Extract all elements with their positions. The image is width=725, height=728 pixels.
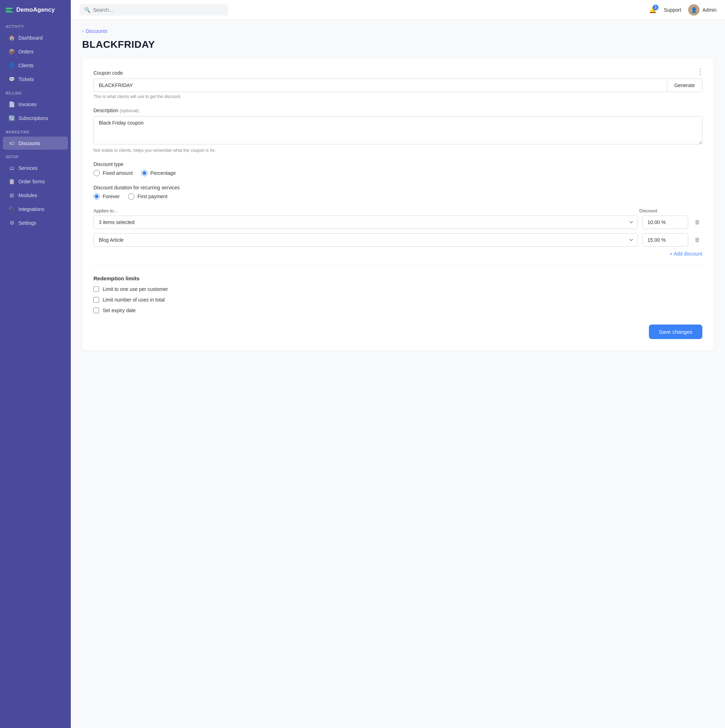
redemption-title: Redemption limits [93,275,702,281]
sidebar-item-clients[interactable]: 👤Clients [3,59,68,72]
search-input[interactable] [93,7,223,13]
order-forms-icon: 📋 [9,178,15,185]
search-bar[interactable]: 🔍 [79,4,228,15]
forever-option[interactable]: Forever [93,193,120,200]
page-title: BLACKFRIDAY [82,39,714,50]
discount-form-card: ⋮ Coupon code Generate This is what clie… [82,59,714,350]
app-logo: DemoAgency [0,0,71,20]
first-payment-label: First payment [138,194,167,199]
description-textarea[interactable]: Black Friday coupon [93,116,702,144]
subscriptions-icon: 🔄 [9,115,15,121]
footer-actions: Save changes [93,324,702,339]
logo-bar-1 [6,8,13,9]
sidebar-item-order-forms[interactable]: 📋Order forms [3,175,68,188]
tickets-icon: 💬 [9,76,15,83]
discount-value-input-0[interactable] [642,216,688,229]
redemption-option-expiry_date[interactable]: Set expiry date [93,307,702,313]
fixed-amount-radio[interactable] [93,170,100,176]
services-icon: 🗂 [9,165,15,171]
percentage-option[interactable]: Percentage [141,170,176,176]
duration-label: Discount duration for recurring services [93,185,702,190]
sidebar-item-orders[interactable]: 📦Orders [3,45,68,58]
redemption-option-one_per_customer[interactable]: Limit to one use per customer [93,286,702,292]
orders-icon: 📦 [9,49,15,55]
coupon-code-input[interactable] [93,79,667,92]
generate-button[interactable]: Generate [667,79,702,92]
header-right: 🔔 1 Support 👤 Admin [649,4,716,15]
dashboard-icon: 🏠 [9,35,15,41]
support-link[interactable]: Support [664,7,681,13]
redemption-option-limit_total[interactable]: Limit number of uses in total [93,297,702,303]
coupon-code-row: Generate [93,79,702,92]
sidebar-label-order-forms: Order forms [18,179,45,184]
fixed-amount-label: Fixed amount [102,170,133,176]
delete-row-button-0[interactable]: 🗑 [693,217,702,228]
breadcrumb[interactable]: ‹ Discounts [82,28,714,34]
sidebar-section-activity: ACTIVITY [0,20,71,31]
percentage-label: Percentage [150,170,176,176]
applies-to-select-0[interactable]: 3 items selected [93,216,638,229]
coupon-code-label: Coupon code [93,70,702,76]
applies-to-select-1[interactable]: Blog Article [93,233,638,247]
main-area: 🔍 🔔 1 Support 👤 Admin ‹ Discounts BLACKF… [71,0,725,728]
coupon-code-hint: This is what clients will use to get the… [93,94,702,99]
forever-radio[interactable] [93,193,100,200]
sidebar-item-subscriptions[interactable]: 🔄Subscriptions [3,112,68,125]
checkbox-limit_total[interactable] [93,297,99,303]
discount-value-input-1[interactable] [642,233,688,247]
percentage-radio[interactable] [141,170,148,176]
more-options-button[interactable]: ⋮ [694,66,707,77]
sidebar-item-integrations[interactable]: 🔌Integrations [3,202,68,216]
clients-icon: 👤 [9,62,15,69]
logo-icon [6,8,13,12]
admin-avatar[interactable]: 👤 Admin [688,4,716,15]
sidebar-label-modules: Modules [18,193,37,198]
page-content: ‹ Discounts BLACKFRIDAY ⋮ Coupon code Ge… [71,20,725,728]
applies-to-col-header: Applies to... [93,208,635,213]
search-icon: 🔍 [84,7,90,13]
sidebar-label-invoices: Invoices [18,102,37,107]
applies-headers: Applies to... Discount [93,208,702,213]
discount-type-label: Discount type [93,161,702,167]
duration-group: Discount duration for recurring services… [93,185,702,200]
app-name: DemoAgency [16,6,55,14]
divider [93,265,702,265]
sidebar-label-discounts: Discounts [18,141,40,146]
delete-row-button-1[interactable]: 🗑 [693,235,702,245]
save-button[interactable]: Save changes [649,324,702,339]
sidebar-item-modules[interactable]: ⊞Modules [3,189,68,202]
sidebar-label-tickets: Tickets [18,76,34,82]
discount-type-group: Discount type Fixed amount Percentage [93,161,702,176]
first-payment-radio[interactable] [128,193,135,200]
avatar-image: 👤 [688,4,699,15]
sidebar-item-tickets[interactable]: 💬Tickets [3,73,68,86]
add-discount-link[interactable]: + Add discount [93,251,702,257]
sidebar-item-discounts[interactable]: 🏷Discounts [3,137,68,150]
notification-button[interactable]: 🔔 1 [649,6,657,14]
description-label: Description (optional) [93,108,702,113]
sidebar-item-services[interactable]: 🗂Services [3,161,68,174]
redemption-label-expiry_date: Set expiry date [102,307,136,313]
sidebar-section-setup: SETUP [0,150,71,161]
sidebar-label-subscriptions: Subscriptions [18,115,48,121]
sidebar-item-invoices[interactable]: 📄Invoices [3,98,68,111]
checkbox-one_per_customer[interactable] [93,286,99,292]
logo-bar-2 [6,9,11,11]
duration-radio-group: Forever First payment [93,193,702,200]
settings-icon: ⚙ [9,220,15,226]
sidebar-label-clients: Clients [18,63,34,68]
checkbox-expiry_date[interactable] [93,307,99,313]
fixed-amount-option[interactable]: Fixed amount [93,170,133,176]
breadcrumb-chevron-icon: ‹ [82,29,84,34]
discount-rows: 3 items selected🗑Blog Article🗑 [93,216,702,247]
redemption-label-limit_total: Limit number of uses in total [102,297,165,303]
sidebar-label-settings: Settings [18,220,37,226]
sidebar-item-dashboard[interactable]: 🏠Dashboard [3,31,68,44]
discount-type-radio-group: Fixed amount Percentage [93,170,702,176]
notification-badge: 1 [653,5,658,10]
sidebar-item-settings[interactable]: ⚙Settings [3,216,68,230]
header: 🔍 🔔 1 Support 👤 Admin [71,0,725,20]
logo-bar-3 [6,11,13,12]
invoices-icon: 📄 [9,101,15,108]
first-payment-option[interactable]: First payment [128,193,167,200]
